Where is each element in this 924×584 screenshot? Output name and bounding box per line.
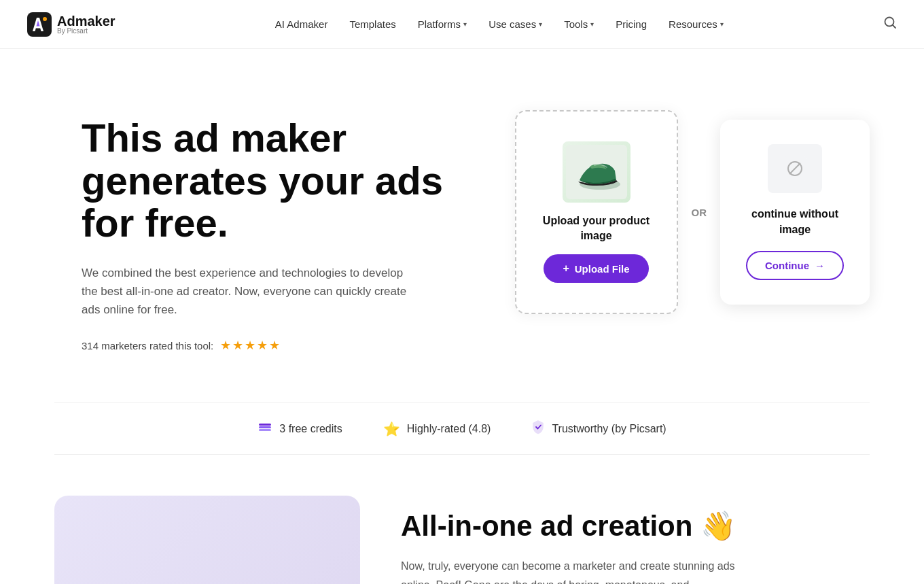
star-4: ★ [257, 338, 268, 353]
hero-section: This ad maker generates your ads for fre… [0, 49, 924, 402]
chevron-down-icon: ▾ [463, 20, 467, 28]
chevron-down-icon: ▾ [590, 20, 594, 28]
nav-link-pricing[interactable]: Pricing [616, 18, 647, 30]
nav-link-platforms[interactable]: Platforms▾ [418, 18, 467, 30]
search-icon [883, 16, 897, 29]
bottom-title: All-in-one ad creation 👋 [401, 509, 741, 543]
continue-button[interactable]: Continue → [746, 251, 844, 280]
star-5: ★ [269, 338, 280, 353]
svg-line-3 [893, 25, 895, 28]
nav-item-platforms[interactable]: Platforms▾ [418, 18, 467, 30]
hero-title: This ad maker generates your ads for fre… [82, 117, 462, 245]
nav-right [883, 16, 897, 33]
feature-credits-text: 3 free credits [279, 423, 342, 435]
svg-rect-9 [259, 424, 271, 426]
star-3: ★ [245, 338, 255, 353]
upload-card-label: Upload your product image [538, 213, 655, 244]
hero-rating: 314 marketers rated this tool: ★ ★ ★ ★ ★ [82, 338, 462, 353]
hero-description: We combined the best experience and tech… [82, 264, 421, 320]
upload-file-button[interactable]: + Upload File [544, 254, 648, 283]
star-rating: ★ ★ ★ ★ ★ [220, 338, 280, 353]
slash-circle-icon [783, 156, 807, 181]
svg-point-1 [43, 17, 47, 21]
logo-main-text: Admaker [57, 14, 116, 28]
nav-item-templates[interactable]: Templates [349, 18, 395, 30]
feature-credits: 3 free credits [257, 419, 342, 438]
continue-button-label: Continue [765, 260, 809, 271]
nav-link-use-cases[interactable]: Use cases▾ [488, 18, 542, 30]
nav-item-tools[interactable]: Tools▾ [564, 18, 594, 30]
svg-rect-11 [259, 429, 271, 431]
bottom-description: Now, truly, everyone can become a market… [401, 557, 741, 584]
upload-product-card: Upload your product image + Upload File [515, 110, 678, 314]
plus-icon: + [563, 262, 569, 275]
star-2: ★ [232, 338, 243, 353]
nav-link-ai-admaker[interactable]: AI Admaker [275, 18, 328, 30]
continue-card-label: continue without image [739, 207, 851, 237]
star-1: ★ [220, 338, 231, 353]
star-icon: ⭐ [383, 421, 400, 437]
bottom-text: All-in-one ad creation 👋 Now, truly, eve… [401, 496, 741, 584]
svg-rect-10 [259, 426, 271, 428]
bottom-section: All-in-one ad creation 👋 Now, truly, eve… [0, 455, 924, 584]
chevron-down-icon: ▾ [539, 20, 542, 28]
continue-without-image-card: continue without image Continue → [720, 120, 870, 305]
feature-trustworthy-text: Trustworthy (by Picsart) [552, 423, 666, 435]
search-button[interactable] [883, 16, 897, 33]
arrow-right-icon: → [815, 260, 825, 271]
credits-icon [257, 419, 272, 438]
shoe-illustration [566, 145, 627, 199]
nav-link-resources[interactable]: Resources▾ [669, 18, 724, 30]
nav-link-templates[interactable]: Templates [349, 18, 395, 30]
rating-text: 314 marketers rated this tool: [82, 340, 213, 351]
navbar: Admaker By Picsart AI Admaker Templates … [0, 0, 924, 49]
features-bar: 3 free credits ⭐ Highly-rated (4.8) Trus… [54, 402, 870, 455]
logo-sub-text: By Picsart [57, 28, 116, 35]
bottom-illustration [54, 496, 360, 584]
nav-item-use-cases[interactable]: Use cases▾ [488, 18, 542, 30]
logo-text: Admaker By Picsart [57, 14, 116, 35]
nav-item-ai-admaker[interactable]: AI Admaker [275, 18, 328, 30]
upload-button-label: Upload File [575, 263, 630, 275]
hero-right: Upload your product image + Upload File … [515, 110, 870, 314]
feature-rated-text: Highly-rated (4.8) [407, 423, 491, 435]
feature-rated: ⭐ Highly-rated (4.8) [383, 421, 491, 437]
nav-link-tools[interactable]: Tools▾ [564, 18, 594, 30]
no-image-icon [768, 144, 822, 193]
hero-left: This ad maker generates your ads for fre… [82, 103, 462, 353]
or-divider: OR [692, 207, 707, 218]
chevron-down-icon: ▾ [720, 20, 724, 28]
feature-trustworthy: Trustworthy (by Picsart) [531, 419, 666, 438]
shield-icon [531, 419, 545, 438]
logo-icon [27, 12, 52, 37]
logo-link[interactable]: Admaker By Picsart [27, 12, 116, 37]
product-image-preview [563, 141, 630, 203]
nav-item-resources[interactable]: Resources▾ [669, 18, 724, 30]
nav-links: AI Admaker Templates Platforms▾ Use case… [275, 18, 724, 30]
nav-item-pricing[interactable]: Pricing [616, 18, 647, 30]
